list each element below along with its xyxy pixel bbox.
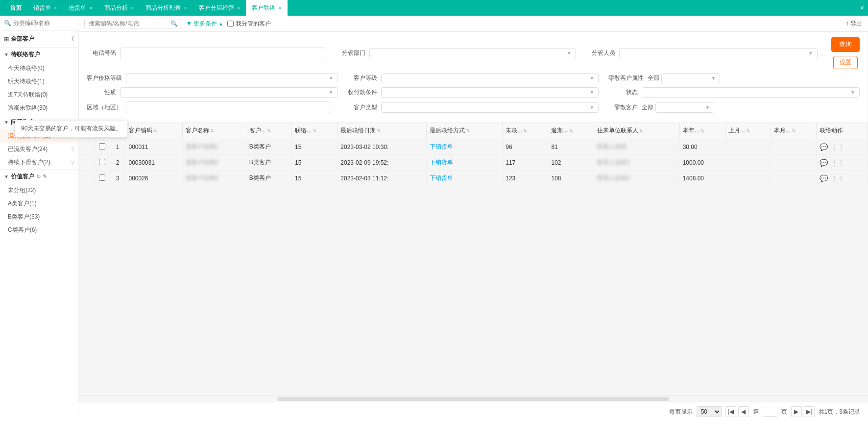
close-purchase-tab[interactable]: × bbox=[89, 5, 92, 11]
first-page-button[interactable]: |◀ bbox=[725, 406, 736, 417]
table-scroll-wrap: ⚙ # 客户编码⇅ 客户名称⇅ 客户...⇅ bbox=[78, 123, 868, 395]
retail-attr-chevron-down-icon: ▼ bbox=[711, 75, 716, 81]
row3-last-method[interactable]: 下销货单 bbox=[426, 171, 502, 186]
last-method-col-header[interactable]: 最后联络方式⇅ bbox=[426, 123, 502, 139]
nature-select[interactable]: ▼ bbox=[120, 87, 338, 98]
value-group-header[interactable]: ▼ 价值客户 ↻ ✎ bbox=[0, 170, 78, 184]
row2-checkbox[interactable] bbox=[94, 155, 110, 171]
close-analysis-tab[interactable]: × bbox=[131, 5, 134, 11]
sidebar-item-7days[interactable]: 近7天待联络(0) bbox=[0, 88, 78, 101]
scrollbar-thumb[interactable] bbox=[277, 397, 669, 401]
row3-chat-icon[interactable]: 💬 bbox=[820, 174, 828, 182]
retail-select[interactable]: ▼ bbox=[655, 102, 714, 113]
retail-attr-select[interactable]: ▼ bbox=[661, 73, 720, 83]
sidebar-item-c-class[interactable]: C类客户(6) bbox=[0, 223, 78, 237]
horizontal-scrollbar[interactable] bbox=[78, 395, 868, 402]
type-col-header[interactable]: 客户...⇅ bbox=[246, 123, 291, 139]
action-col-header: 联络动作 bbox=[817, 123, 868, 139]
row1-select[interactable] bbox=[99, 143, 105, 149]
close-customer-contact-tab[interactable]: × bbox=[278, 5, 281, 11]
query-button[interactable]: 查询 bbox=[831, 37, 860, 52]
nav-analysis-list[interactable]: 商品分析列表 × bbox=[140, 0, 193, 16]
row1-more-icon[interactable]: ⋮⋮ bbox=[831, 143, 844, 151]
filter-phone: 电话号码 bbox=[87, 48, 326, 59]
row1-checkbox[interactable] bbox=[94, 139, 110, 155]
table-header-row: ⚙ # 客户编码⇅ 客户名称⇅ 客户...⇅ bbox=[78, 123, 868, 139]
page-number-input[interactable]: 1 bbox=[763, 407, 777, 417]
contact-col-header[interactable]: 联络...⇅ bbox=[292, 123, 338, 139]
nav-purchase[interactable]: 进货单 × bbox=[63, 0, 98, 16]
type-chevron-down-icon: ▼ bbox=[589, 105, 594, 110]
page-size-select[interactable]: 50 100 200 bbox=[697, 406, 722, 417]
my-customers-checkbox[interactable] bbox=[227, 21, 234, 27]
nav-sales[interactable]: 销货单 × bbox=[27, 0, 63, 16]
pending-contact-header[interactable]: ▼ 待联络客户 bbox=[0, 48, 78, 62]
name-col-header[interactable]: 客户名称⇅ bbox=[182, 123, 246, 139]
customer-type-select[interactable]: ▼ bbox=[381, 102, 599, 113]
value-group-edit[interactable]: ✎ bbox=[43, 173, 47, 180]
row2-this-month bbox=[771, 155, 817, 171]
nav-analysis[interactable]: 商品分析 × bbox=[98, 0, 140, 16]
close-sales-tab[interactable]: × bbox=[54, 5, 57, 11]
pending-contact-group: ▼ 待联络客户 今天待联络(0) 明天待联络(1) 近7天待联络(0) 逾期未联… bbox=[0, 48, 78, 115]
prev-page-button[interactable]: ◀ bbox=[738, 406, 749, 417]
sidebar-item-b-class[interactable]: B类客户(33) bbox=[0, 210, 78, 223]
code-col-header[interactable]: 客户编码⇅ bbox=[125, 123, 182, 139]
search-input[interactable] bbox=[89, 20, 170, 27]
last-page-button[interactable]: ▶| bbox=[804, 406, 815, 417]
price-level-select[interactable]: ▼ bbox=[126, 73, 338, 83]
sidebar-search-input[interactable] bbox=[13, 20, 78, 26]
pending-arrow: ▼ bbox=[4, 52, 9, 57]
sidebar-item-tomorrow[interactable]: 明天待联络(1) bbox=[0, 75, 78, 88]
row2-chat-icon[interactable]: 💬 bbox=[820, 159, 828, 167]
payment-select[interactable]: ▼ bbox=[381, 87, 599, 98]
row3-checkbox[interactable] bbox=[94, 171, 110, 186]
last-date-col-header[interactable]: 最后联络日期⇅ bbox=[338, 123, 427, 139]
method-sort-icon: ⇅ bbox=[466, 128, 470, 133]
sidebar-item-churned[interactable]: 已流失客户(24) ? bbox=[0, 143, 78, 156]
unit-contact-col-header[interactable]: 往来单位联系人⇅ bbox=[594, 123, 679, 139]
close-customer-tier-tab[interactable]: × bbox=[237, 5, 240, 11]
sidebar-item-overdue[interactable]: 逾期未联络(30) bbox=[0, 101, 78, 115]
this-year-col-header[interactable]: 本年...⇅ bbox=[679, 123, 725, 139]
region-more-icon[interactable]: … bbox=[332, 104, 338, 111]
my-customers-checkbox-wrap[interactable]: 我分管的客户 bbox=[227, 20, 271, 28]
row2-more-icon[interactable]: ⋮⋮ bbox=[831, 159, 844, 167]
tooltip-churn-warning: 90天未交易的客户，可能有流失风险。 bbox=[15, 120, 128, 137]
sidebar-item-ungrouped[interactable]: 未分组(32) bbox=[0, 184, 78, 197]
export-button[interactable]: ↑ 导出 bbox=[846, 20, 862, 28]
customer-level-select[interactable]: ▼ bbox=[381, 73, 599, 83]
search-button-icon[interactable]: 🔍 bbox=[170, 20, 178, 27]
phone-input[interactable] bbox=[120, 48, 326, 59]
value-group-refresh[interactable]: ↻ bbox=[36, 173, 41, 180]
region-input[interactable] bbox=[126, 101, 330, 113]
last-month-col-header[interactable]: 上月...⇅ bbox=[725, 123, 771, 139]
close-all-button[interactable]: × bbox=[860, 4, 864, 12]
setting-button[interactable]: 设置 bbox=[833, 56, 858, 69]
nav-customer-tier[interactable]: 客户分层经营 × bbox=[193, 0, 246, 16]
main-content: 🔍 ▼ 更多条件 ▲ 我分管的客户 ↑ 导出 电话号码 bbox=[78, 16, 868, 421]
all-customers-header[interactable]: ⊞ 全部客户 《 bbox=[0, 31, 78, 48]
sidebar-item-today[interactable]: 今天待联络(0) bbox=[0, 62, 78, 75]
dept-select[interactable]: ▼ bbox=[369, 48, 576, 58]
row1-last-method[interactable]: 下销货单 bbox=[426, 139, 502, 155]
nav-home[interactable]: 首页 bbox=[4, 0, 27, 16]
row1-chat-icon[interactable]: 💬 bbox=[820, 143, 828, 151]
uncontacted-col-header[interactable]: 未联...⇅ bbox=[503, 123, 548, 139]
close-analysis-list-tab[interactable]: × bbox=[184, 5, 187, 11]
sidebar-item-a-class[interactable]: A类客户(1) bbox=[0, 197, 78, 210]
next-page-button[interactable]: ▶ bbox=[791, 406, 802, 417]
status-select[interactable]: ▼ bbox=[642, 87, 860, 98]
row3-more-icon[interactable]: ⋮⋮ bbox=[831, 174, 844, 182]
nav-customer-contact[interactable]: 客户联络 × bbox=[246, 0, 287, 16]
manager-select[interactable]: ▼ bbox=[619, 48, 818, 58]
overdue-col-header[interactable]: 逾期...⇅ bbox=[548, 123, 594, 139]
row3-select[interactable] bbox=[99, 174, 105, 181]
row2-select[interactable] bbox=[99, 159, 105, 165]
this-month-col-header[interactable]: 本月...⇅ bbox=[771, 123, 817, 139]
manager-more-icon[interactable]: … bbox=[820, 50, 825, 57]
row2-last-method[interactable]: 下销货单 bbox=[426, 155, 502, 171]
sidebar-item-declining[interactable]: 持续下滑客户(2) ? bbox=[0, 156, 78, 169]
row3-last-month bbox=[725, 171, 771, 186]
more-conditions-button[interactable]: ▼ 更多条件 ▲ bbox=[186, 20, 223, 28]
